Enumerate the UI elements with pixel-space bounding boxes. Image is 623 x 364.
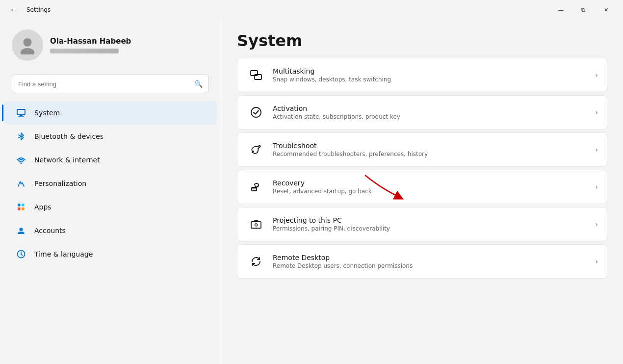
sidebar-item-time[interactable]: Time & language [4, 243, 217, 265]
recovery-desc: Reset, advanced startup, go back [273, 188, 588, 195]
apps-icon [16, 202, 26, 212]
svg-point-12 [20, 228, 23, 231]
sidebar-nav: System Bluetooth & devices [0, 99, 221, 268]
user-account-bar [50, 49, 119, 53]
sidebar-item-apps[interactable]: Apps [4, 196, 217, 218]
troubleshoot-text: Troubleshoot Recommended troubleshooters… [266, 142, 595, 157]
app-title: Settings [26, 6, 51, 13]
activation-text: Activation Activation state, subscriptio… [266, 104, 595, 120]
multitasking-title: Multitasking [273, 67, 588, 75]
sidebar-item-apps-label: Apps [34, 203, 52, 211]
setting-item-remote-desktop[interactable]: Remote Desktop Remote Desktop users, con… [237, 244, 607, 279]
network-icon [16, 155, 26, 165]
svg-line-15 [21, 255, 23, 256]
troubleshoot-title: Troubleshoot [273, 142, 588, 150]
maximize-button[interactable]: ⧉ [572, 2, 595, 18]
back-button[interactable]: ← [6, 3, 22, 16]
chevron-right-icon: › [595, 71, 598, 79]
bluetooth-icon [16, 131, 26, 142]
svg-rect-10 [18, 208, 21, 210]
activation-title: Activation [273, 104, 588, 112]
minimize-icon: — [558, 7, 564, 13]
user-profile[interactable]: Ola-Hassan Habeeb [0, 20, 221, 71]
setting-item-recovery[interactable]: Recovery Reset, advanced startup, go bac… [237, 170, 607, 204]
sidebar-item-time-label: Time & language [34, 250, 93, 258]
app-body: Ola-Hassan Habeeb 🔍 [0, 20, 623, 364]
avatar [12, 29, 43, 61]
remote-desktop-title: Remote Desktop [273, 254, 588, 261]
remote-desktop-text: Remote Desktop Remote Desktop users, con… [266, 254, 595, 269]
sidebar: Ola-Hassan Habeeb 🔍 [0, 20, 221, 364]
svg-rect-9 [22, 204, 25, 207]
setting-item-multitasking[interactable]: Multitasking Snap windows, desktops, tas… [237, 58, 607, 92]
multitasking-desc: Snap windows, desktops, task switching [273, 76, 588, 83]
setting-item-activation[interactable]: Activation Activation state, subscriptio… [237, 95, 607, 130]
svg-rect-11 [22, 208, 25, 210]
multitasking-icon [246, 65, 266, 85]
search-input[interactable] [18, 80, 190, 88]
svg-point-7 [21, 162, 22, 164]
sidebar-item-bluetooth-label: Bluetooth & devices [34, 132, 104, 140]
projecting-desc: Permissions, pairing PIN, discoverabilit… [273, 225, 588, 232]
setting-item-troubleshoot[interactable]: Troubleshoot Recommended troubleshooters… [237, 132, 607, 167]
sidebar-item-personalization[interactable]: Personalization [4, 172, 217, 195]
avatar-icon [18, 36, 37, 54]
user-info: Ola-Hassan Habeeb [50, 37, 131, 53]
personalization-icon [16, 178, 26, 189]
time-icon [16, 249, 26, 260]
svg-rect-2 [17, 109, 25, 115]
chevron-right-icon: › [595, 183, 598, 191]
close-button[interactable]: ✕ [595, 2, 617, 18]
sidebar-item-system-label: System [34, 109, 60, 117]
setting-item-projecting[interactable]: Projecting to this PC Permissions, pairi… [237, 207, 607, 241]
svg-point-18 [251, 107, 261, 117]
system-icon [16, 107, 26, 118]
troubleshoot-icon [246, 140, 266, 159]
search-icon: 🔍 [194, 80, 203, 88]
content-body: Multitasking Snap windows, desktops, tas… [221, 58, 623, 364]
recovery-text: Recovery Reset, advanced startup, go bac… [266, 179, 595, 195]
troubleshoot-desc: Recommended troubleshooters, preferences… [273, 151, 588, 157]
svg-point-23 [255, 224, 258, 226]
remote-desktop-icon [246, 252, 266, 271]
svg-rect-8 [18, 204, 21, 207]
title-bar: ← Settings — ⧉ ✕ [0, 0, 623, 20]
close-icon: ✕ [604, 7, 608, 13]
sidebar-item-network-label: Network & internet [34, 156, 100, 164]
recovery-title: Recovery [273, 179, 588, 187]
projecting-title: Projecting to this PC [273, 216, 588, 224]
chevron-right-icon: › [595, 258, 598, 265]
sidebar-item-system[interactable]: System [4, 102, 217, 124]
accounts-icon [16, 225, 26, 236]
svg-point-1 [21, 48, 35, 54]
sidebar-item-network[interactable]: Network & internet [4, 149, 217, 171]
sidebar-item-accounts-label: Accounts [34, 227, 66, 234]
user-name: Ola-Hassan Habeeb [50, 37, 131, 46]
chevron-right-icon: › [595, 146, 598, 154]
window-controls: — ⧉ ✕ [549, 2, 617, 18]
activation-desc: Activation state, subscriptions, product… [273, 113, 588, 120]
content-area: System Multitasking Snap windows, deskto… [221, 20, 623, 364]
recovery-icon [246, 177, 266, 197]
sidebar-item-personalization-label: Personalization [34, 180, 86, 187]
sidebar-item-bluetooth[interactable]: Bluetooth & devices [4, 125, 217, 148]
activation-icon [246, 103, 266, 122]
maximize-icon: ⧉ [581, 7, 585, 13]
search-box: 🔍 [12, 75, 209, 93]
projecting-text: Projecting to this PC Permissions, pairi… [266, 216, 595, 232]
svg-rect-22 [251, 222, 261, 228]
remote-desktop-desc: Remote Desktop users, connection permiss… [273, 262, 588, 269]
projecting-icon [246, 214, 266, 234]
minimize-button[interactable]: — [549, 2, 572, 18]
sidebar-item-accounts[interactable]: Accounts [4, 219, 217, 242]
content-header: System [221, 20, 623, 58]
page-title: System [237, 31, 607, 50]
chevron-right-icon: › [595, 108, 598, 116]
svg-point-0 [23, 38, 31, 47]
search-container: 🔍 [0, 71, 221, 99]
chevron-right-icon: › [595, 220, 598, 228]
multitasking-text: Multitasking Snap windows, desktops, tas… [266, 67, 595, 83]
